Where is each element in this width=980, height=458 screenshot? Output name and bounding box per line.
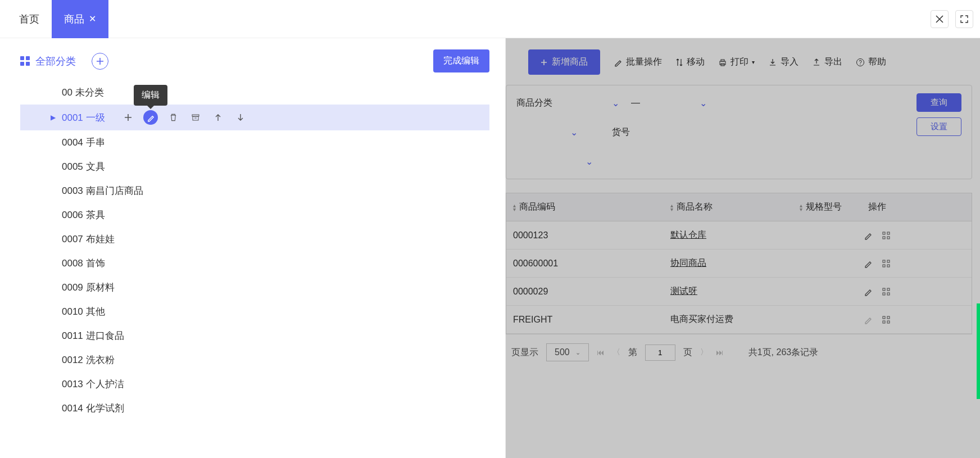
category-item[interactable]: ▶0001 一级编辑 — [20, 105, 489, 130]
close-all-button[interactable] — [931, 10, 949, 28]
edit-icon — [864, 287, 873, 296]
page-input[interactable] — [645, 344, 675, 361]
cell-name[interactable]: 协同商品 — [664, 250, 793, 277]
svg-rect-11 — [883, 260, 885, 262]
grid-icon — [20, 56, 30, 66]
category-label: 00 未分类 — [62, 86, 104, 99]
category-label: 0014 化学试剂 — [62, 402, 124, 415]
tooltip: 编辑 — [134, 85, 167, 106]
sort-icon — [675, 58, 683, 67]
page-size-select[interactable]: 500 ⌄ — [546, 343, 589, 361]
row-more-button[interactable] — [882, 315, 891, 324]
trash-icon — [169, 113, 178, 122]
fullscreen-button[interactable] — [955, 10, 973, 28]
category-item[interactable]: 0005 文具 — [20, 155, 489, 179]
setting-button[interactable]: 设置 — [917, 117, 961, 136]
move-down-button[interactable] — [233, 110, 248, 125]
filter-select-b[interactable]: ⌄ — [532, 152, 599, 171]
category-item[interactable]: 0007 布娃娃 — [20, 227, 489, 251]
chevron-down-icon: ⌄ — [612, 98, 619, 108]
help-button[interactable]: ? 帮助 — [856, 56, 886, 68]
search-button[interactable]: 查询 — [917, 93, 961, 112]
batch-ops-button[interactable]: 批量操作 — [614, 56, 662, 68]
row-edit-button[interactable] — [864, 315, 873, 324]
svg-rect-3 — [721, 60, 724, 61]
row-edit-button[interactable] — [864, 231, 873, 240]
cell-spec — [793, 278, 849, 305]
cell-name[interactable]: 测试呀 — [664, 278, 793, 305]
arrow-down-icon — [237, 113, 244, 122]
grid-icon — [882, 287, 891, 296]
add-category-button[interactable] — [92, 53, 108, 70]
new-product-button[interactable]: 新增商品 — [528, 49, 600, 75]
row-more-button[interactable] — [882, 231, 891, 240]
add-sub-button[interactable] — [121, 110, 135, 125]
category-item[interactable]: 0013 个人护洁 — [20, 372, 489, 396]
category-item[interactable]: 0011 进口食品 — [20, 324, 489, 348]
category-item[interactable]: 0008 首饰 — [20, 251, 489, 275]
tab-home[interactable]: 首页 — [7, 0, 52, 38]
filter-row-2: ⌄ 货号 — [516, 123, 900, 142]
category-item[interactable]: 0003 南昌门店商品 — [20, 179, 489, 203]
category-item[interactable]: 0009 原材料 — [20, 275, 489, 300]
print-button[interactable]: 打印 ▾ — [718, 56, 755, 68]
category-select-1[interactable]: ⌄ — [558, 93, 625, 112]
archive-button[interactable] — [188, 110, 203, 125]
svg-rect-14 — [887, 265, 890, 267]
finish-edit-button[interactable]: 完成编辑 — [433, 49, 489, 72]
svg-rect-9 — [883, 237, 885, 239]
all-categories-label[interactable]: 全部分类 — [35, 55, 76, 68]
row-edit-button[interactable] — [864, 259, 873, 268]
category-item[interactable]: 0010 其他 — [20, 300, 489, 324]
table-row: 000600001协同商品 — [506, 250, 972, 278]
edit-button[interactable]: 编辑 — [143, 110, 158, 125]
new-product-label: 新增商品 — [552, 56, 588, 68]
delete-button[interactable] — [166, 110, 180, 125]
category-editor-panel: 全部分类 完成编辑 00 未分类▶0001 一级编辑0004 手串0005 文具… — [0, 38, 506, 458]
filter-select-a[interactable]: ⌄ — [516, 123, 584, 142]
edit-icon — [864, 231, 873, 240]
svg-rect-12 — [887, 260, 890, 262]
row-more-button[interactable] — [882, 259, 891, 268]
prev-page-button[interactable]: 〈 — [612, 347, 620, 357]
row-more-button[interactable] — [882, 287, 891, 296]
svg-text:?: ? — [859, 60, 862, 66]
th-spec[interactable]: ▴▾规格型号 — [793, 193, 849, 221]
cell-name: 电商买家付运费 — [664, 306, 793, 333]
move-button[interactable]: 移动 — [675, 56, 705, 68]
move-up-button[interactable] — [211, 110, 225, 125]
first-page-button[interactable]: ⏮ — [597, 348, 605, 357]
close-icon[interactable]: ✕ — [89, 13, 96, 24]
import-button[interactable]: 导入 — [768, 56, 798, 68]
category-item[interactable]: 0014 化学试剂 — [20, 396, 489, 420]
chevron-down-icon: ⌄ — [700, 98, 707, 108]
grid-icon — [882, 315, 891, 324]
category-item[interactable]: 00 未分类 — [20, 80, 489, 105]
tab-product[interactable]: 商品 ✕ — [52, 0, 108, 38]
cell-ops — [849, 221, 905, 249]
last-page-button[interactable]: ⏭ — [716, 348, 724, 357]
th-code[interactable]: ▴▾商品编码 — [506, 193, 664, 221]
cell-ops — [849, 306, 905, 333]
category-item[interactable]: 0004 手串 — [20, 130, 489, 155]
th-name[interactable]: ▴▾商品名称 — [664, 193, 793, 221]
pagination: 页显示 500 ⌄ ⏮ 〈 第 页 〉 ⏭ 共1页, 263条记录 — [506, 334, 972, 370]
chevron-down-icon: ▾ — [752, 59, 755, 65]
category-item[interactable]: 0012 洗衣粉 — [20, 348, 489, 372]
category-select-2[interactable]: ⌄ — [646, 93, 713, 112]
cell-code: FREIGHT — [506, 306, 664, 333]
table-row: FREIGHT电商买家付运费 — [506, 306, 972, 334]
category-list[interactable]: 00 未分类▶0001 一级编辑0004 手串0005 文具0003 南昌门店商… — [20, 80, 489, 440]
category-label: 0006 茶具 — [62, 208, 105, 221]
category-item[interactable]: 0006 茶具 — [20, 203, 489, 227]
grid-icon — [882, 259, 891, 268]
table-row: 0000123默认仓库 — [506, 221, 972, 250]
export-button[interactable]: 导出 — [812, 56, 842, 68]
cell-name[interactable]: 默认仓库 — [664, 221, 793, 249]
row-edit-button[interactable] — [864, 287, 873, 296]
svg-rect-19 — [883, 316, 885, 319]
next-page-button[interactable]: 〉 — [700, 347, 708, 357]
cell-code: 0000123 — [506, 221, 664, 249]
svg-rect-7 — [883, 232, 885, 234]
svg-rect-20 — [887, 316, 890, 319]
